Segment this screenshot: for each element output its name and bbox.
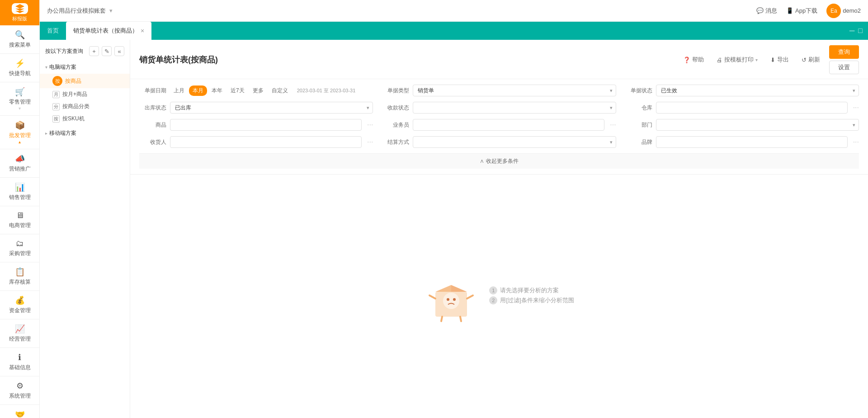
mobile-section-header[interactable]: ▸ 移动端方案: [40, 127, 130, 140]
sidebar-item-operation[interactable]: 📈 经营管理: [0, 319, 39, 348]
filter-brand: 品牌 ···: [625, 136, 859, 148]
filter-payment: 结算方式: [382, 136, 616, 148]
export-label: 导出: [777, 56, 789, 64]
collapse-filter-btn[interactable]: ∧ 收起更多条件: [139, 153, 859, 169]
desktop-section-header[interactable]: ▾ 电脑端方案: [40, 61, 130, 74]
sidebar-item-system-label: 系统管理: [9, 392, 31, 400]
app-download-btn[interactable]: 📱 App下载: [786, 7, 817, 15]
sidebar-logo[interactable]: 标报版: [0, 0, 39, 25]
payment-select[interactable]: [413, 136, 616, 148]
query-button[interactable]: 查询: [829, 45, 859, 59]
sidebar-item-finance[interactable]: 💰 资金管理: [0, 291, 39, 319]
receiver-more-btn[interactable]: ···: [367, 138, 373, 146]
maximize-icon[interactable]: □: [858, 27, 863, 35]
svg-point-3: [443, 293, 459, 309]
receipt-select-wrapper: [413, 102, 616, 114]
message-icon: 💬: [756, 7, 764, 14]
sidebar-item-ecommerce[interactable]: 🖥 电商管理: [0, 206, 39, 234]
receipt-select[interactable]: [413, 102, 616, 114]
sales-icon: 📊: [15, 182, 25, 192]
goods-input[interactable]: [170, 119, 362, 131]
collapse-panel-btn[interactable]: «: [114, 46, 124, 56]
industry-dropdown-icon[interactable]: ▾: [109, 7, 113, 14]
tab-report-label: 销货单统计表（按商品）: [73, 27, 138, 35]
dept-select-wrapper: [656, 119, 859, 131]
sidebar-item-marketing-label: 营销推广: [9, 165, 31, 173]
marketing-icon: 📣: [15, 154, 25, 164]
staff-input[interactable]: [413, 119, 604, 131]
edit-scheme-btn[interactable]: ✎: [102, 46, 112, 56]
sidebar-item-retail[interactable]: 🛒 零售管理 ▾: [0, 82, 39, 116]
filter-staff: 业务员 ···: [382, 119, 616, 131]
staff-more-btn[interactable]: ···: [610, 121, 616, 129]
warehouse-input[interactable]: [656, 102, 848, 114]
sidebar-item-basic[interactable]: ℹ 基础信息: [0, 348, 39, 376]
receiver-input[interactable]: [170, 136, 362, 148]
sidebar-item-quick[interactable]: ⚡ 快捷导航: [0, 54, 39, 82]
filter-row-4: 收货人 ··· 结算方式 品牌: [139, 136, 859, 148]
sidebar-item-sales[interactable]: 📊 销售管理: [0, 178, 39, 206]
date-tab-this-month[interactable]: 本月: [189, 86, 207, 96]
wholesale-icon: 📦: [15, 120, 25, 130]
filter-row-1: 单据日期 上月 本月 本年 近7天 更多 自定义 2023-03-01 至 20…: [139, 85, 859, 96]
tab-home[interactable]: 首页: [40, 22, 66, 40]
refresh-btn[interactable]: ↺ 刷新: [798, 54, 824, 66]
status-select-wrapper: 已生效: [656, 85, 859, 96]
date-tab-custom[interactable]: 自定义: [268, 86, 292, 96]
empty-svg: [424, 269, 478, 323]
sidebar-item-wholesale[interactable]: 📦 批发管理 ▴: [0, 116, 39, 149]
tree-item-by-category[interactable]: 分 按商品分类: [40, 100, 130, 113]
empty-illustration: [424, 269, 478, 323]
sidebar-item-system[interactable]: ⚙ 系统管理: [0, 376, 39, 405]
app-subtitle: 标报版: [12, 15, 27, 22]
brand-input[interactable]: [656, 136, 848, 148]
sidebar-item-enterprise[interactable]: 🤝 企业协同: [0, 405, 39, 418]
sidebar-item-search[interactable]: 🔍 搜索菜单: [0, 25, 39, 54]
date-tabs: 上月 本月 本年 近7天 更多 自定义: [170, 86, 292, 96]
receiver-label: 收货人: [139, 138, 166, 146]
date-tab-last-month[interactable]: 上月: [170, 86, 188, 96]
tree-item-by-product[interactable]: 按 按商品: [40, 74, 130, 88]
collapse-icon: «: [118, 48, 121, 55]
tree-item-by-month-product[interactable]: 月 按月+商品: [40, 88, 130, 100]
sidebar-item-inventory[interactable]: 📋 库存核算: [0, 262, 39, 291]
date-tab-more[interactable]: 更多: [249, 86, 267, 96]
goods-more-btn[interactable]: ···: [367, 121, 373, 129]
hint-text-1: 请先选择要分析的方案: [500, 286, 559, 294]
avatar[interactable]: Ea: [826, 4, 841, 18]
dept-select[interactable]: [656, 119, 859, 131]
message-btn[interactable]: 💬 消息: [756, 7, 777, 15]
settings-button[interactable]: 设置: [829, 61, 859, 74]
date-tab-this-year[interactable]: 本年: [208, 86, 226, 96]
help-btn[interactable]: ❓ 帮助: [679, 54, 708, 66]
user-profile[interactable]: Ea demo2: [826, 4, 861, 18]
tab-close-icon[interactable]: ×: [141, 27, 144, 34]
refresh-icon: ↺: [802, 57, 807, 63]
search-icon: 🔍: [15, 30, 25, 40]
brand-more-btn[interactable]: ···: [853, 138, 859, 146]
receipt-label: 收款状态: [382, 104, 409, 112]
staff-label: 业务员: [382, 121, 409, 129]
top-header-right: 💬 消息 📱 App下载 Ea demo2: [756, 4, 861, 18]
status-select[interactable]: 已生效: [656, 85, 859, 96]
filter-area: 单据日期 上月 本月 本年 近7天 更多 自定义 2023-03-01 至 20…: [130, 79, 868, 175]
filter-goods: 商品 ···: [139, 119, 373, 131]
export-btn[interactable]: ⬇ 导出: [767, 54, 793, 66]
sidebar-item-purchase[interactable]: 🗂 采购管理: [0, 234, 39, 262]
out-select[interactable]: 已出库: [170, 102, 373, 114]
add-scheme-btn[interactable]: +: [89, 46, 99, 56]
tree-item-by-sku[interactable]: 按 按SKU机: [40, 113, 130, 125]
help-icon: ❓: [683, 57, 690, 63]
retail-icon: 🛒: [15, 87, 25, 97]
logo-svg: [14, 3, 25, 14]
ecommerce-icon: 🖥: [16, 211, 24, 220]
minimize-icon[interactable]: ─: [849, 27, 854, 35]
filter-row-3: 商品 ··· 业务员 ··· 部门: [139, 119, 859, 131]
out-select-wrapper: 已出库: [170, 102, 373, 114]
date-tab-7days[interactable]: 近7天: [227, 86, 248, 96]
tab-report[interactable]: 销货单统计表（按商品） ×: [66, 22, 151, 40]
template-print-btn[interactable]: 🖨 按模板打印 ▾: [713, 54, 761, 66]
sidebar-item-marketing[interactable]: 📣 营销推广: [0, 149, 39, 178]
type-select[interactable]: 销货单: [413, 85, 616, 96]
warehouse-more-btn[interactable]: ···: [853, 104, 859, 112]
